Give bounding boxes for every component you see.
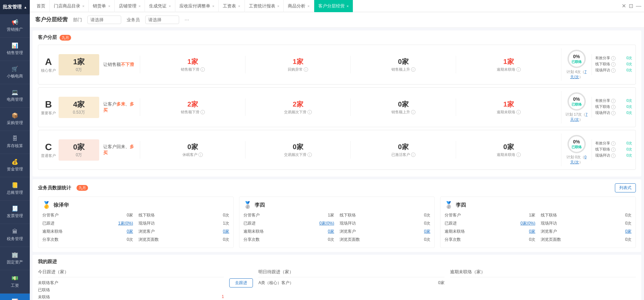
info-icon[interactable]: i: [307, 110, 312, 114]
tab-应收应付调整单[interactable]: 应收应付调整单×: [175, 0, 219, 12]
plan-link[interactable]: 7天/次: [570, 70, 586, 79]
minus-icon[interactable]: —: [636, 3, 641, 9]
tab-首页[interactable]: 首页: [33, 0, 50, 12]
sidebar-item-label: 工资: [3, 283, 27, 289]
stat-num: 0家: [353, 57, 453, 66]
info-icon[interactable]: i: [200, 67, 205, 72]
sidebar-item-发票管理[interactable]: 🧾发票管理: [0, 201, 30, 224]
tab-工资表[interactable]: 工资表×: [219, 0, 244, 12]
staff-stat-row: 分享次数 0次: [243, 237, 334, 243]
sidebar-item-营销推广[interactable]: 📢营销推广: [0, 14, 30, 38]
sidebar-item-税务管理[interactable]: 🏛税务管理: [0, 224, 30, 247]
sidebar-item-采购管理[interactable]: 📦采购管理: [0, 108, 30, 131]
tab-label: 首页: [37, 3, 45, 9]
staff-select[interactable]: 请选择: [145, 16, 179, 24]
go-follow-button[interactable]: 去跟进: [229, 278, 253, 287]
sidebar-item-工资[interactable]: 💵工资: [0, 270, 30, 294]
staff-stat-val[interactable]: 1家(0%): [118, 221, 133, 226]
staff-stat-label: 浏览页面数: [340, 237, 360, 243]
sidebar-item-销售管理[interactable]: 📊销售管理: [0, 38, 30, 61]
right-stat-row: 现场拜访 i 0次: [595, 110, 632, 115]
info-icon[interactable]: i: [611, 56, 616, 61]
tab-商品分析[interactable]: 商品分析×: [284, 0, 314, 12]
tier-stat-cell: 0家 销售额上升 i: [350, 98, 456, 116]
tab-close-icon[interactable]: ×: [169, 4, 171, 8]
staff-stat-val[interactable]: 0家: [529, 229, 535, 234]
sidebar-item-库存核算[interactable]: 🗄库存核算: [0, 131, 30, 154]
right-stat-val: 0次: [626, 141, 632, 146]
staff-stat-val[interactable]: 0家: [223, 229, 229, 234]
tab-close-icon[interactable]: ×: [307, 4, 309, 8]
sidebar-item-固定资产[interactable]: 🏢固定资产: [0, 247, 30, 270]
staff-stat-val: 1家: [328, 212, 334, 218]
info-icon[interactable]: i: [304, 67, 308, 72]
info-icon[interactable]: i: [516, 67, 521, 72]
restore-icon[interactable]: ⊡: [629, 3, 633, 9]
info-icon[interactable]: i: [516, 110, 521, 114]
info-icon[interactable]: i: [411, 67, 415, 72]
tab-客户分层经营[interactable]: 客户分层经营×: [314, 0, 353, 12]
staff-stat-label: 线下联络: [541, 212, 557, 218]
tier-count-num: 4家: [63, 99, 95, 110]
sidebar-item-电商管理[interactable]: 💻电商管理: [0, 84, 30, 108]
info-icon[interactable]: i: [611, 111, 616, 115]
sidebar-item-资金管理[interactable]: 💰资金管理: [0, 154, 30, 177]
go-follow-btn-wrap: 去跟进: [229, 269, 253, 287]
staff-stat-val[interactable]: 0家: [424, 229, 430, 234]
info-icon[interactable]: i: [411, 110, 415, 114]
tab-close-icon[interactable]: ×: [238, 4, 240, 8]
info-icon[interactable]: i: [611, 68, 616, 73]
staff-stat-row: 分管客户 1家: [445, 212, 535, 218]
right-stat-row: 现场拜访 i 0次: [595, 153, 632, 158]
tab-close-icon[interactable]: ×: [277, 4, 279, 8]
info-icon[interactable]: i: [611, 147, 616, 152]
plan-link[interactable]: 7天/次: [570, 112, 587, 121]
sidebar-item-icon: 🗄: [3, 136, 27, 142]
staff-stat-row: 浏览客户 0家: [340, 229, 430, 234]
staff-stat-val[interactable]: 0家: [127, 229, 133, 234]
staff-stat-val[interactable]: 0家: [328, 229, 334, 234]
tab-门店商品目录[interactable]: 门店商品目录×: [50, 0, 89, 12]
right-stat-row: 现场拜访 i 0次: [595, 68, 632, 73]
tier-stat-cell: 0家 已激活客户 i: [350, 141, 456, 159]
tab-close-icon[interactable]: ×: [138, 4, 141, 8]
info-icon[interactable]: i: [516, 153, 521, 157]
staff-stat-label: 浏览页面数: [541, 237, 561, 243]
staff-name-row: 🥇 徐泽华: [42, 201, 229, 209]
info-icon[interactable]: i: [611, 105, 616, 109]
info-icon[interactable]: i: [411, 153, 415, 157]
plan-link[interactable]: 0天/次: [570, 155, 586, 164]
staff-stat-val[interactable]: 0家(0%): [319, 221, 334, 226]
staff-stat-row: 分享次数 0次: [445, 237, 535, 243]
more-filters-icon[interactable]: ···: [185, 17, 189, 23]
info-icon[interactable]: i: [200, 110, 205, 114]
follow-row-unlcontacted: 未联络客户: [38, 280, 224, 286]
tab-店铺管理[interactable]: 店铺管理×: [115, 0, 145, 12]
staff-stat-val[interactable]: 0家(0%): [520, 221, 535, 226]
sidebar-item-总账管理[interactable]: 📒总账管理: [0, 177, 30, 201]
list-view-button[interactable]: 列表式: [615, 183, 636, 192]
info-icon[interactable]: i: [611, 141, 616, 146]
tab-close-icon[interactable]: ×: [347, 4, 349, 8]
staff-stat-val[interactable]: 0家: [625, 229, 631, 234]
dept-select[interactable]: 请选择: [87, 16, 121, 24]
sidebar-top-item[interactable]: 批发管理 ▲: [0, 0, 30, 14]
info-icon[interactable]: i: [611, 62, 616, 67]
info-icon[interactable]: i: [611, 99, 616, 103]
tab-close-icon[interactable]: ×: [212, 4, 214, 8]
info-icon[interactable]: i: [307, 153, 312, 157]
info-icon[interactable]: i: [198, 153, 203, 157]
sidebar-item-经营管理[interactable]: 📈经营管理: [0, 294, 30, 300]
staff-stat-row: 已跟进 0家(0%): [445, 221, 535, 226]
tab-close-icon[interactable]: ×: [108, 4, 110, 8]
tier-count-sub: 0.53万: [63, 110, 95, 115]
tab-close-icon[interactable]: ×: [82, 4, 84, 8]
sidebar-item-小畅电商[interactable]: 🛒小畅电商: [0, 61, 30, 84]
tab-工资统计报表[interactable]: 工资统计报表×: [245, 0, 284, 12]
tab-生成凭证[interactable]: 生成凭证×: [145, 0, 175, 12]
tier-right-stats: 有效分享 i 0次 线下联络 i 0次 现场拜访 i 0次: [592, 139, 636, 160]
info-icon[interactable]: i: [611, 154, 616, 158]
tab-销货单[interactable]: 销货单×: [89, 0, 114, 12]
close-window-icon[interactable]: ✕: [622, 3, 626, 9]
staff-stat-row: 浏览页面数 0次: [340, 237, 430, 243]
